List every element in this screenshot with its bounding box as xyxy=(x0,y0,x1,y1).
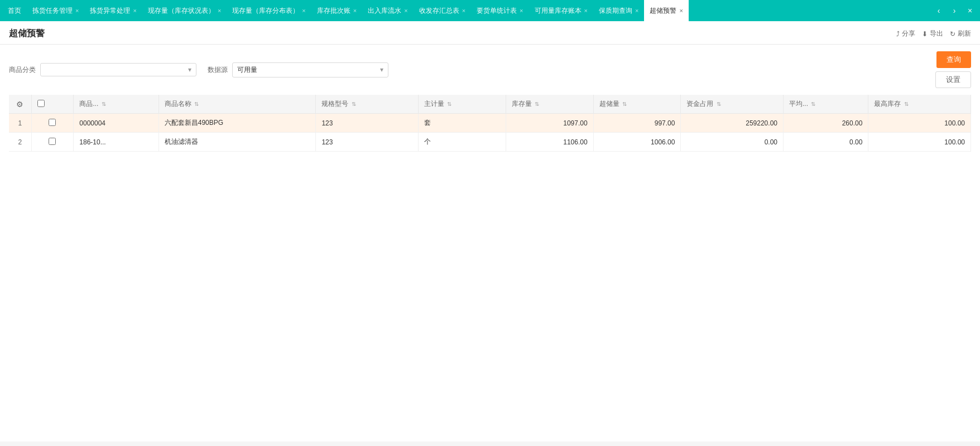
gear-icon[interactable]: ⚙ xyxy=(16,100,23,109)
cell-stock: 1097.00 xyxy=(506,114,593,133)
close-icon[interactable]: × xyxy=(218,7,221,14)
category-select[interactable]: ▾ xyxy=(40,63,196,76)
cell-capital: 259220.00 xyxy=(681,114,784,133)
nav-exception[interactable]: 拣货异常处理 × xyxy=(84,0,142,21)
close-icon[interactable]: × xyxy=(520,7,523,14)
nav-stock-dist[interactable]: 现存量（库存分布表） × xyxy=(227,0,311,21)
cell-unit: 个 xyxy=(418,133,506,152)
filter-buttons: 查询 设置 xyxy=(935,51,971,88)
sort-icon: ⇅ xyxy=(904,101,909,107)
col-overstock[interactable]: 超储量 ⇅ xyxy=(593,95,681,114)
datasource-filter: 数据源 可用量 ▾ xyxy=(208,62,388,77)
sort-icon: ⇅ xyxy=(447,101,451,107)
col-stock[interactable]: 库存量 ⇅ xyxy=(506,95,593,114)
export-icon: ⬇ xyxy=(922,30,928,38)
nav-prev-arrow[interactable]: ‹ xyxy=(931,0,947,21)
cell-spec: 123 xyxy=(316,133,419,152)
nav-close-arrow[interactable]: × xyxy=(962,0,978,21)
sort-icon: ⇅ xyxy=(622,101,627,107)
nav-expiry[interactable]: 保质期查询 × xyxy=(593,0,644,21)
main-content: 商品分类 ▾ 数据源 可用量 ▾ 查询 设置 ⚙ xyxy=(0,45,980,442)
table-row: 2 186-10... 机油滤清器 123 个 1106.00 1006.00 … xyxy=(9,133,971,152)
close-icon[interactable]: × xyxy=(404,7,407,14)
chevron-down-icon: ▾ xyxy=(188,66,191,74)
nav-inout-flow[interactable]: 出入库流水 × xyxy=(362,0,413,21)
table-row: 1 0000004 六配套新昌490BPG 123 套 1097.00 997.… xyxy=(9,114,971,133)
checkbox-header[interactable] xyxy=(31,95,74,114)
gear-header[interactable]: ⚙ xyxy=(9,95,31,114)
setting-button[interactable]: 设置 xyxy=(935,71,971,88)
col-spec[interactable]: 规格型号 ⇅ xyxy=(316,95,419,114)
close-icon[interactable]: × xyxy=(133,7,136,14)
row-checkbox[interactable] xyxy=(49,119,56,126)
close-icon[interactable]: × xyxy=(462,7,465,14)
cell-overstock: 997.00 xyxy=(593,114,681,133)
col-product-code[interactable]: 商品... ⇅ xyxy=(74,95,158,114)
select-all-checkbox[interactable] xyxy=(37,100,45,107)
share-icon: ⤴ xyxy=(896,30,900,38)
sort-icon: ⇅ xyxy=(811,101,815,107)
cell-stock: 1106.00 xyxy=(506,133,593,152)
nav-task-mgmt[interactable]: 拣货任务管理 × xyxy=(27,0,84,21)
sort-icon: ⇅ xyxy=(535,101,539,107)
nav-overstock[interactable]: 超储预警 × xyxy=(644,0,688,21)
cell-product-name: 机油滤清器 xyxy=(158,133,316,152)
close-icon[interactable]: × xyxy=(584,7,588,14)
close-icon[interactable]: × xyxy=(302,7,305,14)
cell-product-code: 0000004 xyxy=(74,114,158,133)
sort-icon: ⇅ xyxy=(102,101,106,107)
sort-icon: ⇅ xyxy=(194,101,199,107)
row-checkbox-cell[interactable] xyxy=(31,133,74,152)
cell-product-code: 186-10... xyxy=(74,133,158,152)
category-label: 商品分类 xyxy=(9,65,36,75)
cell-overstock: 1006.00 xyxy=(593,133,681,152)
top-nav: 首页 拣货任务管理 × 拣货异常处理 × 现存量（库存状况表） × 现存量（库存… xyxy=(0,0,980,21)
col-capital[interactable]: 资金占用 ⇅ xyxy=(681,95,784,114)
share-button[interactable]: ⤴ 分享 xyxy=(896,29,915,38)
filter-row: 商品分类 ▾ 数据源 可用量 ▾ 查询 设置 xyxy=(9,51,971,88)
nav-batch-account[interactable]: 库存批次账 × xyxy=(311,0,362,21)
nav-next-arrow[interactable]: › xyxy=(947,0,962,21)
chevron-down-icon: ▾ xyxy=(380,66,383,74)
page-header: 超储预警 ⤴ 分享 ⬇ 导出 ↻ 刷新 xyxy=(0,21,980,45)
close-icon[interactable]: × xyxy=(679,7,683,14)
sort-icon: ⇅ xyxy=(717,101,721,107)
col-product-name[interactable]: 商品名称 ⇅ xyxy=(158,95,316,114)
row-number: 2 xyxy=(9,133,31,152)
nav-order-stats[interactable]: 要货单统计表 × xyxy=(471,0,529,21)
export-button[interactable]: ⬇ 导出 xyxy=(922,29,943,38)
close-icon[interactable]: × xyxy=(635,7,638,14)
cell-avg: 260.00 xyxy=(783,114,868,133)
cell-capital: 0.00 xyxy=(681,133,784,152)
row-checkbox-cell[interactable] xyxy=(31,114,74,133)
col-max-stock[interactable]: 最高库存 ⇅ xyxy=(868,95,971,114)
nav-receive-send[interactable]: 收发存汇总表 × xyxy=(414,0,471,21)
cell-product-name: 六配套新昌490BPG xyxy=(158,114,316,133)
close-icon[interactable]: × xyxy=(75,7,79,14)
refresh-button[interactable]: ↻ 刷新 xyxy=(950,29,971,38)
nav-home[interactable]: 首页 xyxy=(2,0,27,21)
sort-icon: ⇅ xyxy=(352,101,356,107)
cell-max-stock: 100.00 xyxy=(868,133,971,152)
datasource-select[interactable]: 可用量 ▾ xyxy=(232,62,388,77)
datasource-label: 数据源 xyxy=(208,65,228,75)
row-checkbox[interactable] xyxy=(49,138,56,145)
refresh-icon: ↻ xyxy=(950,30,955,38)
query-button[interactable]: 查询 xyxy=(936,51,971,68)
cell-unit: 套 xyxy=(418,114,506,133)
cell-avg: 0.00 xyxy=(783,133,868,152)
nav-arrows: ‹ › × xyxy=(931,0,978,21)
nav-available-account[interactable]: 可用量库存账本 × xyxy=(529,0,593,21)
close-icon[interactable]: × xyxy=(353,7,357,14)
col-unit[interactable]: 主计量 ⇅ xyxy=(418,95,506,114)
data-table: ⚙ 商品... ⇅ 商品名称 ⇅ 规格型号 ⇅ 主计量 xyxy=(9,95,971,152)
table-header-row: ⚙ 商品... ⇅ 商品名称 ⇅ 规格型号 ⇅ 主计量 xyxy=(9,95,971,114)
cell-max-stock: 100.00 xyxy=(868,114,971,133)
cell-spec: 123 xyxy=(316,114,419,133)
page-title: 超储预警 xyxy=(9,28,45,40)
datasource-select-value: 可用量 xyxy=(237,65,257,75)
category-filter: 商品分类 ▾ xyxy=(9,63,196,76)
nav-stock-status[interactable]: 现存量（库存状况表） × xyxy=(142,0,227,21)
header-actions: ⤴ 分享 ⬇ 导出 ↻ 刷新 xyxy=(896,29,971,38)
col-avg[interactable]: 平均... ⇅ xyxy=(783,95,868,114)
